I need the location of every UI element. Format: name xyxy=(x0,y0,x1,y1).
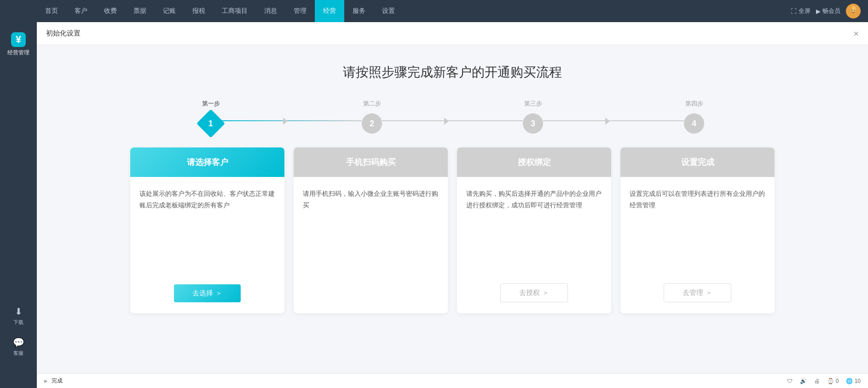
printer-status: 🖨 xyxy=(814,378,820,384)
step-3: 第三步3 xyxy=(452,100,613,134)
card-header-4: 设置完成 xyxy=(620,147,775,177)
sidebar: ¥ 经营管理 ⬇ 下载 💬 客服 xyxy=(0,22,37,388)
card-btn-3[interactable]: 去授权 ＞ xyxy=(500,283,567,302)
step-card-4: 设置完成设置完成后可以在管理列表进行所有企业用户的经营管理去管理 ＞ xyxy=(620,147,775,313)
page-title: 初始化设置 xyxy=(46,29,81,38)
watch-status: ⌚ 0 xyxy=(827,378,839,384)
status-right-icons: 🛡 🔊 🖨 ⌚ 0 🌐 10 xyxy=(787,378,861,384)
top-nav: 首页客户收费票据记账报税工商项目消息管理经营服务设置 ⛶ 全屏 ▶ 畅会员 xyxy=(0,0,868,22)
steps-container: 第一步1第二步2第三步3第四步4 xyxy=(130,100,775,134)
vip-label: 畅会员 xyxy=(822,7,840,15)
card-footer-4: 去管理 ＞ xyxy=(620,276,775,313)
close-button[interactable]: × xyxy=(853,29,859,38)
step-circle-4: 4 xyxy=(684,113,704,134)
nav-item-客户[interactable]: 客户 xyxy=(66,0,96,22)
content-header: 初始化设置 × xyxy=(37,22,868,45)
service-icon: 💬 xyxy=(13,337,24,348)
step-circle-1: 1 xyxy=(197,109,225,138)
nav-item-收费[interactable]: 收费 xyxy=(96,0,125,22)
main-content: 初始化设置 × 请按照步骤完成新客户的开通购买流程 第一步1第二步2第三步3第四… xyxy=(37,22,868,373)
status-label: 完成 xyxy=(52,377,63,385)
wizard-title: 请按照步骤完成新客户的开通购买流程 xyxy=(343,64,562,81)
card-header-2: 手机扫码购买 xyxy=(294,147,448,177)
svg-point-3 xyxy=(851,7,852,10)
cards-container: 请选择客户该处展示的客户为不在回收站、客户状态正常建账后完成老板端绑定的所有客户… xyxy=(130,147,775,313)
step-arrow-1 xyxy=(283,118,288,125)
nav-item-经营[interactable]: 经营 xyxy=(315,0,344,22)
wizard-area: 请按照步骤完成新客户的开通购买流程 第一步1第二步2第三步3第四步4 请选择客户… xyxy=(37,45,868,327)
sidebar-item-label: 经营管理 xyxy=(7,49,29,57)
nav-item-报税[interactable]: 报税 xyxy=(184,0,214,22)
service-label: 客服 xyxy=(13,350,23,357)
step-card-1: 请选择客户该处展示的客户为不在回收站、客户状态正常建账后完成老板端绑定的所有客户… xyxy=(130,147,284,313)
download-label: 下载 xyxy=(13,319,23,326)
play-icon: ▶ xyxy=(816,8,821,15)
step-label-4: 第四步 xyxy=(685,100,703,108)
nav-item-服务[interactable]: 服务 xyxy=(344,0,374,22)
sidebar-bottom: ⬇ 下载 💬 客服 xyxy=(2,302,35,360)
download-icon: ⬇ xyxy=(15,306,23,317)
fullscreen-icon: ⛶ xyxy=(791,8,797,15)
step-label-1: 第一步 xyxy=(202,100,220,108)
step-label-2: 第二步 xyxy=(363,100,381,108)
step-card-3: 授权绑定请先购买，购买后选择开通的产品中的企业用户进行授权绑定，成功后即可进行经… xyxy=(457,147,611,313)
step-card-2: 手机扫码购买请用手机扫码，输入小微企业主账号密码进行购买 xyxy=(294,147,448,313)
step-arrow-2 xyxy=(444,118,449,125)
fullscreen-label: 全屏 xyxy=(799,7,810,15)
card-footer-1: 去选择 ＞ xyxy=(130,277,284,313)
status-bar: ▶ 完成 🛡 🔊 🖨 ⌚ 0 🌐 10 xyxy=(37,373,868,388)
nav-item-工商项目[interactable]: 工商项目 xyxy=(214,0,256,22)
card-btn-1[interactable]: 去选择 ＞ xyxy=(174,284,240,302)
nav-item-消息[interactable]: 消息 xyxy=(256,0,285,22)
money-icon: ¥ xyxy=(11,32,26,47)
avatar[interactable] xyxy=(846,4,861,18)
nav-item-票据[interactable]: 票据 xyxy=(125,0,155,22)
step-arrow-3 xyxy=(605,118,610,125)
step-1: 第一步1 xyxy=(130,100,291,134)
sound-status: 🔊 xyxy=(800,378,807,384)
play-icon: ▶ xyxy=(44,378,48,383)
network-status: 🌐 10 xyxy=(846,378,861,384)
step-label-3: 第三步 xyxy=(524,100,542,108)
svg-point-4 xyxy=(851,10,852,11)
sidebar-service[interactable]: 💬 客服 xyxy=(2,333,35,360)
card-body-4: 设置完成后可以在管理列表进行所有企业用户的经营管理 xyxy=(620,177,775,276)
sidebar-item-management[interactable]: ¥ 经营管理 xyxy=(2,28,35,61)
card-body-3: 请先购买，购买后选择开通的产品中的企业用户进行授权绑定，成功后即可进行经营管理 xyxy=(457,177,611,276)
nav-item-首页[interactable]: 首页 xyxy=(37,0,66,22)
shield-status: 🛡 xyxy=(787,378,793,384)
svg-point-5 xyxy=(854,10,855,11)
card-body-1: 该处展示的客户为不在回收站、客户状态正常建账后完成老板端绑定的所有客户 xyxy=(130,177,284,277)
step-circle-3: 3 xyxy=(523,113,543,134)
nav-item-设置[interactable]: 设置 xyxy=(374,0,403,22)
card-header-1: 请选择客户 xyxy=(130,147,284,177)
card-header-3: 授权绑定 xyxy=(457,147,611,177)
step-connector-1 xyxy=(221,120,362,121)
step-connector-3 xyxy=(543,120,684,121)
nav-item-记账[interactable]: 记账 xyxy=(155,0,184,22)
card-btn-4[interactable]: 去管理 ＞ xyxy=(664,283,731,302)
vip-btn[interactable]: ▶ 畅会员 xyxy=(816,7,840,15)
card-body-2: 请用手机扫码，输入小微企业主账号密码进行购买 xyxy=(294,177,448,313)
nav-item-管理[interactable]: 管理 xyxy=(285,0,315,22)
step-2: 第二步2 xyxy=(291,100,452,134)
step-circle-2: 2 xyxy=(362,113,382,134)
card-footer-3: 去授权 ＞ xyxy=(457,276,611,313)
nav-right: ⛶ 全屏 ▶ 畅会员 xyxy=(791,4,868,18)
nav-items: 首页客户收费票据记账报税工商项目消息管理经营服务设置 xyxy=(37,0,791,22)
step-4: 第四步4 xyxy=(613,100,775,134)
sidebar-download[interactable]: ⬇ 下载 xyxy=(2,302,35,329)
step-connector-2 xyxy=(382,120,523,121)
fullscreen-btn[interactable]: ⛶ 全屏 xyxy=(791,7,810,15)
